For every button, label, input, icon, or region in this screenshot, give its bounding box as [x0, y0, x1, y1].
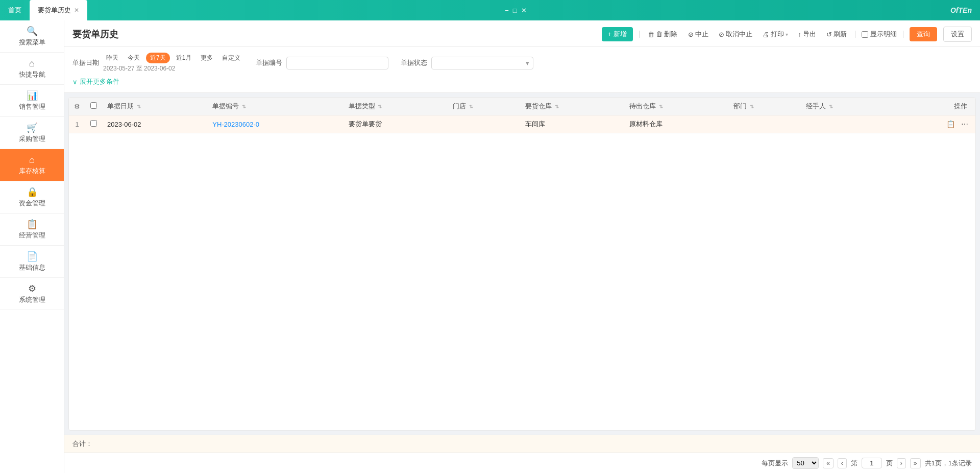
row-doc-date: 2023-06-02 [102, 115, 207, 133]
doc-number-label: 单据编号 [256, 58, 282, 67]
window-maximize-btn[interactable]: □ [513, 7, 517, 14]
sort-req-warehouse-icon[interactable]: ⇅ [555, 104, 559, 109]
print-button[interactable]: 🖨 打印 ▾ [761, 29, 790, 40]
last-page-btn[interactable]: » [910, 458, 921, 468]
top-bar-right: − □ ✕ [505, 7, 532, 14]
sort-store-icon[interactable]: ⇅ [469, 104, 473, 109]
sidebar-item-quick-nav-label: 快捷导航 [19, 70, 45, 79]
sort-dept-icon[interactable]: ⇅ [750, 104, 754, 109]
delete-button[interactable]: 🗑 🗑 删除 [646, 29, 680, 40]
row-more-icon[interactable]: ⋯ [959, 119, 970, 129]
system-icon: ⚙ [28, 284, 36, 293]
sidebar-item-basic-info-label: 基础信息 [19, 263, 45, 272]
sort-doc-type-icon[interactable]: ⇅ [378, 104, 382, 109]
col-doc-type: 单据类型 ⇅ [344, 98, 448, 115]
doc-number-input[interactable] [286, 57, 388, 69]
row-doc-type: 要货单要货 [344, 115, 448, 133]
window-close-btn[interactable]: ✕ [521, 7, 527, 14]
toolbar-divider-2 [855, 31, 855, 38]
basic-info-icon: 📄 [27, 252, 38, 261]
first-page-btn[interactable]: « [823, 458, 834, 468]
row-select-checkbox[interactable] [90, 120, 97, 127]
sidebar-item-operations-label: 经营管理 [19, 231, 45, 240]
tab-close-icon[interactable]: ✕ [74, 7, 79, 14]
page-number-input[interactable] [862, 458, 882, 468]
sidebar-item-quick-nav[interactable]: ⌂ 快捷导航 [0, 53, 64, 85]
col-doc-date-label: 单据日期 [107, 102, 134, 110]
print-label: 打印 [771, 30, 784, 39]
toolbar: + 新增 🗑 🗑 删除 ⊘ 中止 ⊘ 取消中止 🖨 打印 ▾ [602, 27, 972, 42]
page-size-select[interactable]: 10 20 50 100 [792, 457, 819, 469]
row-store [448, 115, 520, 133]
sidebar-item-sales[interactable]: 📊 销售管理 [0, 85, 64, 117]
display-detail-checkbox[interactable] [862, 31, 868, 38]
col-settings[interactable]: ⚙ [69, 98, 85, 115]
sidebar-item-inventory[interactable]: ⌂ 库存核算 [0, 149, 64, 181]
main-layout: 🔍 搜索菜单 ⌂ 快捷导航 📊 销售管理 🛒 采购管理 ⌂ 库存核算 🔒 资金管… [0, 20, 980, 473]
new-button[interactable]: + 新增 [602, 27, 633, 41]
display-detail-label: 显示明细 [870, 30, 897, 39]
top-bar: 首页 要货单历史 ✕ − □ ✕ OfTEn [0, 0, 980, 20]
date-shortcuts: 昨天 今天 近7天 近1月 更多 自定义 2023-05-27 至 2023-0… [103, 53, 243, 73]
select-all-checkbox[interactable] [90, 102, 97, 109]
shortcut-1month[interactable]: 近1月 [173, 53, 195, 63]
sidebar-item-search-menu[interactable]: 🔍 搜索菜单 [0, 20, 64, 53]
prev-page-btn[interactable]: ‹ [838, 458, 847, 468]
row-edit-icon[interactable]: 📋 [944, 119, 957, 129]
sort-doc-date-icon[interactable]: ⇅ [137, 104, 141, 109]
expand-more-btn[interactable]: ∨ 展开更多条件 [72, 77, 972, 86]
col-operation-label: 操作 [954, 102, 967, 110]
refresh-icon: ↺ [826, 31, 832, 38]
export-button[interactable]: ↑ 导出 [796, 29, 819, 40]
doc-number-link[interactable]: YH-20230602-0 [212, 121, 259, 128]
tab-home[interactable]: 首页 [0, 0, 30, 20]
table-footer: 合计： [64, 435, 980, 453]
col-doc-number: 单据编号 ⇅ [207, 98, 344, 115]
doc-status-select[interactable] [431, 57, 533, 69]
sidebar-item-purchase-label: 采购管理 [19, 134, 45, 144]
sidebar-item-search-menu-label: 搜索菜单 [19, 38, 45, 47]
print-dropdown-icon: ▾ [786, 32, 788, 37]
col-doc-number-label: 单据编号 [212, 102, 239, 110]
tab-requisition-history[interactable]: 要货单历史 ✕ [30, 0, 87, 20]
sidebar: 🔍 搜索菜单 ⌂ 快捷导航 📊 销售管理 🛒 采购管理 ⌂ 库存核算 🔒 资金管… [0, 20, 64, 473]
sidebar-item-purchase[interactable]: 🛒 采购管理 [0, 117, 64, 149]
sort-handler-icon[interactable]: ⇅ [829, 104, 833, 109]
col-store: 门店 ⇅ [448, 98, 520, 115]
query-button[interactable]: 查询 [910, 27, 937, 41]
col-operation: 操作 [890, 98, 975, 115]
toolbar-divider-3 [903, 31, 903, 38]
shortcut-7days[interactable]: 近7天 [146, 53, 170, 63]
sidebar-item-operations[interactable]: 📋 经营管理 [0, 214, 64, 246]
shortcut-more[interactable]: 更多 [198, 53, 216, 63]
delete-label: 🗑 删除 [656, 30, 678, 39]
shortcut-custom[interactable]: 自定义 [219, 53, 243, 63]
sidebar-item-finance-label: 资金管理 [19, 199, 45, 208]
refresh-button[interactable]: ↺ 刷新 [824, 29, 849, 40]
sidebar-item-system-label: 系统管理 [19, 295, 45, 304]
sidebar-item-basic-info[interactable]: 📄 基础信息 [0, 246, 64, 278]
tab-bar: 首页 要货单历史 ✕ [0, 0, 87, 20]
sort-pending-warehouse-icon[interactable]: ⇅ [659, 104, 663, 109]
sidebar-item-system[interactable]: ⚙ 系统管理 [0, 278, 64, 310]
cancel-stop-button[interactable]: ⊘ 取消中止 [717, 29, 754, 40]
settings-col-icon: ⚙ [74, 103, 80, 110]
row-num: 1 [69, 115, 85, 133]
sidebar-item-finance[interactable]: 🔒 资金管理 [0, 181, 64, 214]
stop-button[interactable]: ⊘ 中止 [686, 29, 710, 40]
next-page-btn[interactable]: › [897, 458, 906, 468]
shortcut-yesterday[interactable]: 昨天 [103, 53, 121, 63]
shortcut-today[interactable]: 今天 [125, 53, 143, 63]
sales-icon: 📊 [27, 91, 38, 100]
sort-doc-number-icon[interactable]: ⇅ [242, 104, 246, 109]
col-dept-label: 部门 [733, 102, 747, 110]
display-detail-toggle[interactable]: 显示明细 [862, 30, 897, 39]
window-minimize-btn[interactable]: − [505, 7, 509, 14]
sidebar-item-sales-label: 销售管理 [19, 102, 45, 111]
cancel-stop-label: 取消中止 [726, 30, 752, 39]
filter-area: 单据日期 昨天 今天 近7天 近1月 更多 自定义 2023-05-27 至 2… [64, 46, 980, 93]
settings-button[interactable]: 设置 [943, 27, 972, 42]
col-handler: 经手人 ⇅ [801, 98, 889, 115]
row-actions: 📋 ⋯ [890, 115, 975, 133]
row-req-warehouse: 车间库 [520, 115, 624, 133]
